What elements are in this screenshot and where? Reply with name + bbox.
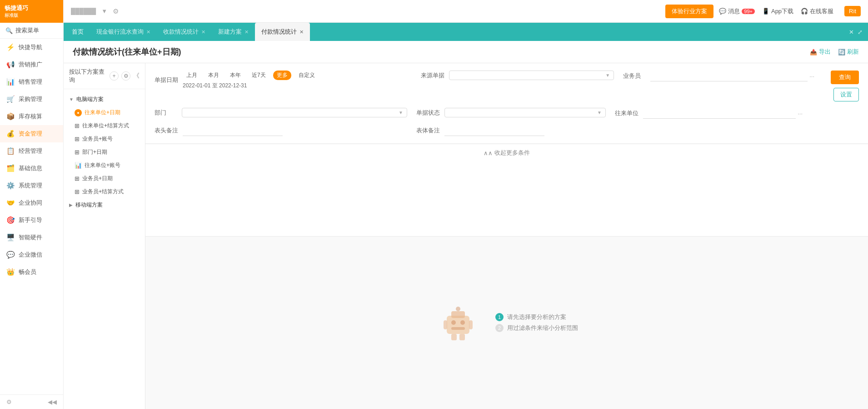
date-this-month[interactable]: 本月 [205,71,223,80]
sidebar-item-finance[interactable]: 💰 资金管理 [0,125,63,142]
topbar: ██████ ▼ ⚙ 体验行业方案 💬 消息 99+ 📱 App下载 🎧 在线客… [64,0,868,23]
tab-bank-flow[interactable]: 现金银行流水查询 ✕ [90,23,157,41]
sidebar-item-purchase[interactable]: 🛒 采购管理 [0,91,63,108]
table-header-note-label: 表头备注 [155,126,178,135]
tip-2-num: 2 [495,324,504,332]
salesman-more-btn[interactable]: ··· [808,71,816,81]
scheme-item-dept-date[interactable]: ⊞ 部门+日期 [64,146,145,159]
date-last-month[interactable]: 上月 [183,71,201,80]
sidebar-item-base[interactable]: 🗂️ 基础信息 [0,160,63,177]
online-service-label: 在线客服 [810,7,833,15]
service-icon: 🎧 [801,8,808,15]
cooperation-icon: 🤝 [6,199,15,207]
tab-home[interactable]: 首页 [65,23,90,41]
table-body-note-input[interactable] [444,125,544,136]
settings-icon[interactable]: ⚙ [6,399,12,405]
sidebar-item-marketing[interactable]: 📢 营销推广 [0,56,63,73]
query-button[interactable]: 查询 [831,71,859,84]
refresh-action[interactable]: 🔄 刷新 [838,48,859,56]
export-label: 导出 [819,48,831,56]
scheme-collapse-btn[interactable]: 《 [133,72,140,80]
expand-tab-icon[interactable]: ⤢ [858,29,863,35]
date-more[interactable]: 更多 [273,71,291,80]
empty-tip-1: 1 请先选择要分析的方案 [495,313,578,321]
table-header-note-input[interactable] [183,125,283,136]
sidebar-item-inventory[interactable]: 📦 库存核算 [0,108,63,125]
messages-action[interactable]: 💬 消息 99+ [719,7,755,15]
date-last-7days[interactable]: 近7天 [248,71,269,80]
close-bank-flow-icon[interactable]: ✕ [146,29,150,35]
collapse-icon[interactable]: ◀◀ [48,399,57,405]
chart-icon: 📊 [75,162,82,169]
close-tab-icon[interactable]: ✕ [849,29,854,35]
close-new-scheme-icon[interactable]: ✕ [244,29,249,35]
export-icon: 📤 [810,49,817,56]
salesman-label: 业务员 [623,72,646,80]
date-custom[interactable]: 自定义 [295,71,319,80]
sidebar-item-weixin[interactable]: 💬 企业微信 [0,246,63,263]
filter-table-body-note-field: 表体备注 [416,125,606,136]
topbar-settings-icon[interactable]: ⚙ [113,7,119,15]
salesman-input[interactable] [650,71,808,81]
close-payment-stats-icon[interactable]: ✕ [299,29,304,35]
active-indicator: ● [75,109,82,116]
sidebar-item-system[interactable]: ⚙️ 系统管理 [0,177,63,194]
collapse-more-btn[interactable]: ∧∧ 收起更多条件 [145,144,868,162]
tab-payment-stats[interactable]: 付款情况统计 ✕ [255,23,310,41]
refresh-label: 刷新 [847,48,859,56]
sidebar-item-hardware[interactable]: 🖥️ 智能硬件 [0,229,63,246]
tab-payment-stats-label: 付款情况统计 [261,28,297,36]
messages-label: 消息 [728,7,740,15]
partner-more-btn[interactable]: ··· [796,108,804,119]
scheme-list: ▼ 电脑端方案 ● 往来单位+日期 ⊞ 往来单位+结算方式 ⊞ 业务员+账号 [64,89,145,409]
table-icon: ⊞ [75,188,80,195]
scheme-settings-btn[interactable]: ⚙ [121,71,130,81]
scheme-item-salesman-settlement[interactable]: ⊞ 业务员+结算方式 [64,185,145,198]
tab-receipt-stats[interactable]: 收款情况统计 ✕ [157,23,212,41]
hardware-icon: 🖥️ [6,233,15,242]
industry-btn[interactable]: 体验行业方案 [665,5,713,18]
scheme-panel-header: 按以下方案查询 + ⚙ 《 [64,63,145,89]
message-badge: 99+ [742,9,755,14]
sidebar-item-cooperation[interactable]: 🤝 企业协同 [0,194,63,212]
sidebar-search[interactable]: 🔍 搜索菜单 [0,23,63,39]
svg-rect-4 [451,327,465,330]
sidebar-item-label: 新手引导 [19,216,42,224]
content-area: 按以下方案查询 + ⚙ 《 ▼ 电脑端方案 ● 往来单位+日期 [64,63,868,409]
sidebar-item-sales[interactable]: 📊 销售管理 [0,73,63,91]
scheme-item-salesman-date[interactable]: ⊞ 业务员+日期 [64,172,145,185]
sidebar-item-guide[interactable]: 🎯 新手引导 [0,212,63,229]
scheme-group-pc[interactable]: ▼ 电脑端方案 [64,93,145,106]
export-action[interactable]: 📤 导出 [810,48,831,56]
phone-icon: 📱 [762,8,769,15]
source-select[interactable]: ▼ [449,71,614,80]
scheme-item-partner-settlement[interactable]: ⊞ 往来单位+结算方式 [64,119,145,132]
user-avatar[interactable]: Rit [844,6,861,16]
partner-input[interactable] [643,108,796,119]
logo-name: 畅捷通巧 [5,4,28,12]
setting-button[interactable]: 设置 [833,88,859,101]
topbar-dropdown-icon[interactable]: ▼ [101,8,107,15]
sidebar-item-member[interactable]: 👑 畅会员 [0,263,63,281]
online-service-action[interactable]: 🎧 在线客服 [801,7,833,15]
scheme-item-partner-account[interactable]: 📊 往来单位+账号 [64,159,145,172]
scheme-item-salesman-account[interactable]: ⊞ 业务员+账号 [64,132,145,146]
tip-1-num: 1 [495,313,504,321]
page-title: 付款情况统计(往来单位+日期) [73,46,810,57]
status-select[interactable]: ▼ [444,108,606,117]
page-header-actions: 📤 导出 🔄 刷新 [810,48,859,56]
dept-select[interactable]: ▼ [182,108,407,117]
app-download-action[interactable]: 📱 App下载 [762,7,793,15]
scheme-group-mobile[interactable]: ▶ 移动端方案 [64,198,145,212]
filter-salesman-field: 业务员 ··· [623,71,816,81]
date-this-year[interactable]: 本年 [226,71,244,80]
filter-partner-field: 往来单位 ··· [615,108,804,119]
close-receipt-stats-icon[interactable]: ✕ [201,29,205,35]
sidebar-item-operations[interactable]: 📋 经营管理 [0,142,63,160]
search-icon: 🔍 [5,27,13,34]
scheme-item-partner-date[interactable]: ● 往来单位+日期 [64,106,145,119]
scheme-add-btn[interactable]: + [110,71,119,81]
sidebar-item-quick-nav[interactable]: ⚡ 快捷导航 [0,39,63,56]
table-icon: ⊞ [75,175,80,182]
tab-new-scheme[interactable]: 新建方案 ✕ [212,23,255,41]
